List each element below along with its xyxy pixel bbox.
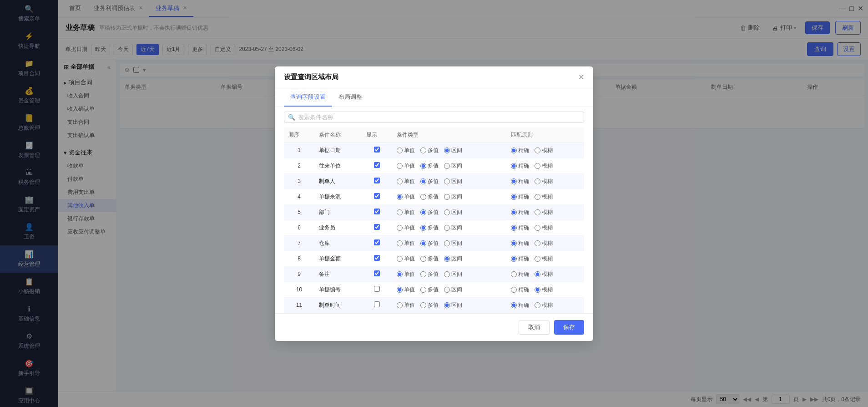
- row-type-multi[interactable]: 多值: [420, 147, 439, 154]
- row-display-checkbox[interactable]: [374, 239, 380, 245]
- row-match-rule-cell: 精确模糊: [506, 220, 584, 235]
- row-type-multi[interactable]: 多值: [420, 193, 439, 201]
- modal-cancel-button[interactable]: 取消: [519, 320, 550, 335]
- row-order: 1: [284, 142, 314, 158]
- modal-close-button[interactable]: ✕: [578, 73, 584, 81]
- row-match-fuzzy[interactable]: 模糊: [535, 162, 553, 170]
- row-condition-name: 单据编号: [314, 282, 362, 297]
- row-condition-type-cell: 单值多值区间: [392, 189, 506, 204]
- row-match-fuzzy[interactable]: 模糊: [535, 193, 553, 201]
- row-match-fuzzy[interactable]: 模糊: [535, 286, 553, 294]
- row-type-single[interactable]: 单值: [397, 286, 415, 294]
- row-type-range[interactable]: 区间: [444, 270, 462, 278]
- row-display-checkbox[interactable]: [374, 193, 380, 199]
- row-match-exact[interactable]: 精确: [511, 209, 529, 216]
- modal-table-row: 1单据日期单值多值区间精确模糊: [284, 142, 584, 158]
- row-type-single[interactable]: 单值: [397, 224, 415, 232]
- modal-col-order: 顺序: [284, 127, 314, 143]
- row-match-fuzzy[interactable]: 模糊: [535, 209, 553, 216]
- row-match-fuzzy[interactable]: 模糊: [535, 301, 553, 309]
- modal-tab-layout-adjust[interactable]: 布局调整: [332, 88, 368, 107]
- row-match-rule-cell: 精确模糊: [506, 158, 584, 173]
- row-display-cell: [362, 266, 392, 282]
- row-display-cell: [362, 235, 392, 251]
- modal-col-display: 显示: [362, 127, 392, 143]
- row-match-rule-cell: 精确模糊: [506, 282, 584, 297]
- modal-header: 设置查询区域布局 ✕: [275, 66, 593, 88]
- row-match-rule-cell: 精确模糊: [506, 189, 584, 204]
- modal-save-button[interactable]: 保存: [554, 320, 584, 335]
- row-display-checkbox[interactable]: [374, 209, 380, 214]
- row-display-checkbox[interactable]: [374, 301, 380, 307]
- row-match-exact[interactable]: 精确: [511, 178, 529, 185]
- row-type-range[interactable]: 区间: [444, 162, 462, 170]
- row-display-checkbox[interactable]: [374, 270, 380, 276]
- row-match-fuzzy[interactable]: 模糊: [535, 270, 553, 278]
- row-match-rule-cell: 精确模糊: [506, 204, 584, 220]
- row-match-exact[interactable]: 精确: [511, 147, 529, 154]
- row-display-checkbox[interactable]: [374, 178, 380, 183]
- row-match-exact[interactable]: 精确: [511, 239, 529, 247]
- row-type-multi[interactable]: 多值: [420, 209, 439, 216]
- modal-table-row: 3制单人单值多值区间精确模糊: [284, 173, 584, 189]
- row-match-fuzzy[interactable]: 模糊: [535, 239, 553, 247]
- modal-search-icon: 🔍: [288, 114, 295, 121]
- row-match-exact[interactable]: 精确: [511, 162, 529, 170]
- row-match-exact[interactable]: 精确: [511, 193, 529, 201]
- row-match-fuzzy[interactable]: 模糊: [535, 255, 553, 263]
- row-type-single[interactable]: 单值: [397, 270, 415, 278]
- row-type-multi[interactable]: 多值: [420, 224, 439, 232]
- row-display-checkbox[interactable]: [374, 162, 380, 168]
- row-match-exact[interactable]: 精确: [511, 286, 529, 294]
- row-type-multi[interactable]: 多值: [420, 255, 439, 263]
- row-order: 2: [284, 158, 314, 173]
- modal-tab-field-settings[interactable]: 查询字段设置: [284, 88, 332, 107]
- row-match-rule-cell: 精确模糊: [506, 297, 584, 313]
- row-display-checkbox[interactable]: [374, 147, 380, 153]
- row-type-single[interactable]: 单值: [397, 239, 415, 247]
- row-condition-name: 往来单位: [314, 158, 362, 173]
- row-type-single[interactable]: 单值: [397, 209, 415, 216]
- row-type-range[interactable]: 区间: [444, 178, 462, 185]
- row-type-multi[interactable]: 多值: [420, 301, 439, 309]
- row-display-checkbox[interactable]: [374, 224, 380, 230]
- row-type-multi[interactable]: 多值: [420, 239, 439, 247]
- row-type-range[interactable]: 区间: [444, 255, 462, 263]
- row-type-range[interactable]: 区间: [444, 209, 462, 216]
- row-match-fuzzy[interactable]: 模糊: [535, 224, 553, 232]
- row-type-multi[interactable]: 多值: [420, 286, 439, 294]
- row-type-multi[interactable]: 多值: [420, 162, 439, 170]
- row-condition-name: 业务员: [314, 220, 362, 235]
- row-match-fuzzy[interactable]: 模糊: [535, 147, 553, 154]
- row-type-single[interactable]: 单值: [397, 178, 415, 185]
- row-type-range[interactable]: 区间: [444, 301, 462, 309]
- row-type-single[interactable]: 单值: [397, 301, 415, 309]
- row-order: 11: [284, 297, 314, 313]
- row-display-checkbox[interactable]: [374, 255, 380, 261]
- row-type-single[interactable]: 单值: [397, 162, 415, 170]
- row-match-exact[interactable]: 精确: [511, 255, 529, 263]
- row-type-multi[interactable]: 多值: [420, 178, 439, 185]
- row-match-fuzzy[interactable]: 模糊: [535, 178, 553, 185]
- row-type-single[interactable]: 单值: [397, 255, 415, 263]
- row-condition-type-cell: 单值多值区间: [392, 251, 506, 266]
- row-type-multi[interactable]: 多值: [420, 270, 439, 278]
- row-match-exact[interactable]: 精确: [511, 224, 529, 232]
- row-match-exact[interactable]: 精确: [511, 301, 529, 309]
- row-type-range[interactable]: 区间: [444, 193, 462, 201]
- row-match-exact[interactable]: 精确: [511, 270, 529, 278]
- row-type-range[interactable]: 区间: [444, 286, 462, 294]
- row-type-range[interactable]: 区间: [444, 224, 462, 232]
- modal-col-condition-type: 条件类型: [392, 127, 506, 143]
- row-type-single[interactable]: 单值: [397, 193, 415, 201]
- row-match-rule-cell: 精确模糊: [506, 173, 584, 189]
- row-type-range[interactable]: 区间: [444, 147, 462, 154]
- row-type-range[interactable]: 区间: [444, 239, 462, 247]
- row-display-checkbox[interactable]: [374, 286, 380, 292]
- row-type-single[interactable]: 单值: [397, 147, 415, 154]
- modal-search-input[interactable]: [298, 114, 389, 121]
- row-match-rule-cell: 精确模糊: [506, 251, 584, 266]
- modal-col-condition-name: 条件名称: [314, 127, 362, 143]
- modal-table-row: 9备注单值多值区间精确模糊: [284, 266, 584, 282]
- row-condition-type-cell: 单值多值区间: [392, 235, 506, 251]
